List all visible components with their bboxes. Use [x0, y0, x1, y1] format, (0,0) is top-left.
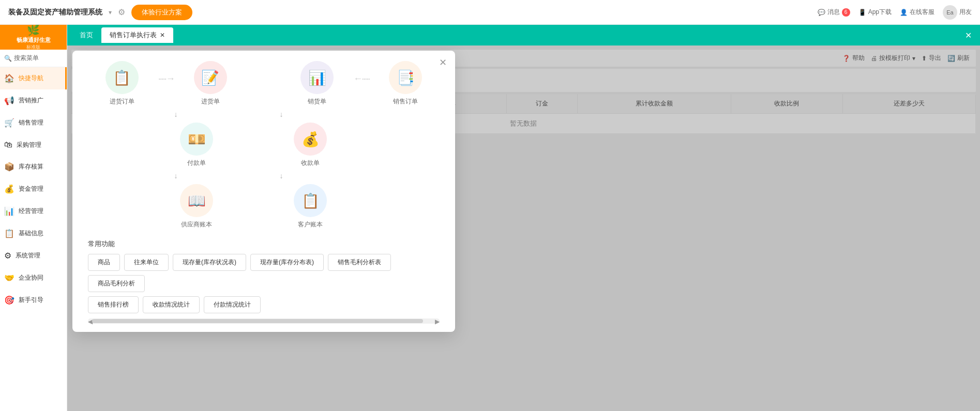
purchase-order-circle: 📋: [105, 61, 139, 94]
arrow-down-purchase: ↓: [160, 110, 191, 118]
tab-sales-order[interactable]: 销售订单执行表 ✕: [101, 27, 173, 43]
tabs-bar: 首页 销售订单执行表 ✕ ✕: [67, 25, 980, 45]
sidebar-search[interactable]: 🔍 搜索菜单: [0, 50, 67, 67]
flow-row-3: 📖 供应商账本 📋 客户账本: [88, 184, 440, 229]
flow-arrows-row: ↓ ↓: [88, 110, 440, 118]
func-btn-sales-ranking[interactable]: 销售排行榜: [88, 296, 139, 313]
modal-scrollbar[interactable]: ◀ ▶: [88, 318, 440, 324]
func-btn-product[interactable]: 商品: [88, 254, 120, 271]
flow-item-sales-order[interactable]: 📑 销售订单: [371, 61, 440, 106]
sidebar-item-finance[interactable]: 💰 资金管理: [0, 178, 67, 200]
sidebar-item-basic-info[interactable]: 📋 基础信息: [0, 222, 67, 245]
purchase-bill-icon: 📝: [201, 69, 219, 86]
flow-item-supplier-ledger[interactable]: 📖 供应商账本: [160, 184, 233, 229]
func-btn-payment-stats[interactable]: 付款情况统计: [204, 296, 261, 313]
scroll-right-btn[interactable]: ▶: [435, 318, 440, 325]
sidebar-item-label-0: 快捷导航: [19, 74, 43, 83]
brand-name: 畅康通好生意: [17, 36, 51, 44]
flow-row-1: 📋 进货订单 ·····→ 📝: [88, 61, 440, 106]
tab-home[interactable]: 首页: [71, 27, 101, 43]
tab-close-icon[interactable]: ✕: [160, 32, 165, 39]
func-btn-contacts[interactable]: 往来单位: [124, 254, 169, 271]
sidebar: 🌿 畅康通好生意 标准版 🔍 搜索菜单 🏠 快捷导航 📢 营销推广 🛒 销售管理: [0, 25, 67, 411]
sidebar-item-inventory[interactable]: 📦 库存核算: [0, 156, 67, 178]
sales-order-icon: 📑: [397, 69, 415, 86]
common-functions: 常用功能 商品 往来单位 现存量(库存状况表) 现存量(库存分布表) 销售毛利分…: [88, 239, 440, 313]
arrow-down-payment: ↓: [160, 172, 191, 180]
sidebar-item-operations[interactable]: 📊 经营管理: [0, 200, 67, 222]
gear-icon[interactable]: ⚙: [118, 7, 125, 17]
arrow-right-1: ·····→: [158, 73, 174, 94]
sidebar-item-quick-nav[interactable]: 🏠 快捷导航: [0, 67, 67, 89]
sidebar-item-purchase[interactable]: 🛍 采购管理: [0, 134, 67, 156]
receipt-label: 收款单: [301, 159, 320, 168]
online-service-btn[interactable]: 👤 在线客服: [900, 8, 934, 17]
sidebar-logo: 🌿 畅康通好生意 标准版: [0, 25, 67, 50]
purchase-order-label: 进货订单: [110, 97, 134, 106]
sales-bill-circle: 📊: [300, 61, 334, 94]
window-close-btn[interactable]: ✕: [961, 28, 976, 42]
flow-item-customer-ledger[interactable]: 📋 客户账本: [274, 184, 346, 229]
customer-ledger-icon: 📋: [301, 192, 320, 209]
basic-info-icon: 📋: [4, 229, 14, 238]
user-btn[interactable]: Ea 用友: [943, 5, 972, 20]
arrow-left-1: ←·····: [353, 73, 369, 94]
user-label: 用友: [959, 8, 972, 17]
top-bar: 装备及固定资产辅助管理系统 ▾ ⚙ 体验行业方案 💬 消息 6 📱 App下载 …: [0, 0, 980, 25]
sidebar-item-marketing[interactable]: 📢 营销推广: [0, 89, 67, 112]
func-btn-inventory-status[interactable]: 现存量(库存状况表): [173, 254, 246, 271]
message-icon: 💬: [818, 9, 825, 16]
flow-item-payment[interactable]: 💴 付款单: [160, 123, 233, 168]
purchase-bill-label: 进货单: [201, 97, 220, 106]
flow-item-receipt[interactable]: 💰 收款单: [274, 123, 346, 168]
message-badge: 6: [842, 8, 850, 17]
sidebar-item-enterprise[interactable]: 🤝 企业协同: [0, 267, 67, 289]
sidebar-item-label-9: 企业协同: [19, 273, 43, 282]
operations-icon: 📊: [4, 206, 14, 216]
modal-close-btn[interactable]: ✕: [439, 57, 447, 68]
trial-btn[interactable]: 体验行业方案: [131, 5, 192, 20]
tutorial-icon: 🎯: [4, 295, 14, 305]
page-content: ❓ 帮助 🖨 按模板打印 ▾ ⬆ 导出 🔄 刷新: [67, 45, 980, 411]
flow-item-purchase-bill[interactable]: 📝 进货单: [176, 61, 245, 106]
func-btn-product-profit[interactable]: 商品毛利分析: [88, 275, 145, 292]
scrollbar-thumb[interactable]: [92, 319, 423, 323]
sidebar-item-system[interactable]: ⚙ 系统管理: [0, 245, 67, 267]
func-btn-sales-profit[interactable]: 销售毛利分析表: [328, 254, 391, 271]
search-label: 搜索菜单: [14, 54, 39, 63]
customer-ledger-circle: 📋: [294, 184, 327, 217]
modal-box: ✕ 📋 进货订单: [72, 51, 455, 332]
arrow-down-sales: ↓: [266, 110, 297, 118]
service-icon: 👤: [900, 9, 908, 16]
sales-icon: 🛒: [4, 118, 14, 128]
avatar: Ea: [943, 5, 957, 20]
func-btn-receipt-stats[interactable]: 收款情况统计: [143, 296, 200, 313]
payment-label: 付款单: [187, 159, 206, 168]
sidebar-item-sales[interactable]: 🛒 销售管理: [0, 112, 67, 134]
tab-home-label: 首页: [80, 31, 93, 40]
func-btn-row-2: 销售排行榜 收款情况统计 付款情况统计: [88, 296, 440, 313]
message-btn[interactable]: 💬 消息 6: [818, 8, 850, 17]
flow-arrows-row2: ↓ ↓: [88, 172, 440, 180]
top-bar-left: 装备及固定资产辅助管理系统 ▾ ⚙ 体验行业方案: [8, 5, 192, 20]
flow-item-sales-bill[interactable]: 📊 销货单: [283, 61, 352, 106]
app-download-label: App下载: [868, 8, 892, 17]
sidebar-item-tutorial[interactable]: 🎯 新手引导: [0, 289, 67, 311]
sys-dropdown-icon[interactable]: ▾: [109, 9, 112, 16]
sidebar-item-label-1: 营销推广: [19, 96, 43, 105]
customer-ledger-label: 客户账本: [298, 220, 323, 229]
enterprise-icon: 🤝: [4, 273, 14, 283]
online-service-label: 在线客服: [910, 8, 934, 17]
supplier-ledger-label: 供应商账本: [181, 220, 212, 229]
system-icon: ⚙: [4, 251, 11, 261]
sys-title: 装备及固定资产辅助管理系统: [8, 8, 102, 17]
app-download-btn[interactable]: 📱 App下载: [858, 8, 892, 17]
flow-diagram: 📋 进货订单 ·····→ 📝: [88, 61, 440, 229]
payment-icon: 💴: [188, 131, 206, 148]
flow-item-purchase-order[interactable]: 📋 进货订单: [88, 61, 156, 106]
func-btn-inventory-dist[interactable]: 现存量(库存分布表): [250, 254, 324, 271]
purchase-order-icon: 📋: [113, 69, 131, 86]
search-icon: 🔍: [4, 55, 12, 62]
flow-row-2: 💴 付款单 💰 收款单: [88, 123, 440, 168]
top-bar-right: 💬 消息 6 📱 App下载 👤 在线客服 Ea 用友: [818, 5, 972, 20]
